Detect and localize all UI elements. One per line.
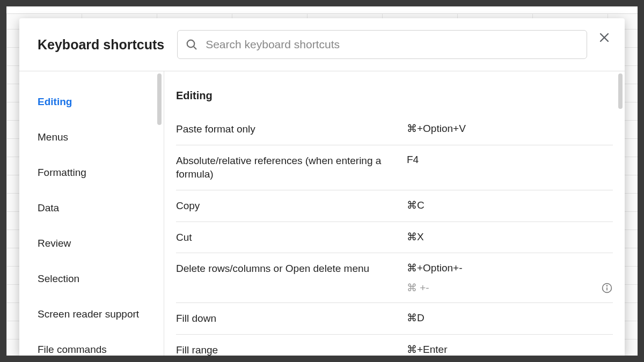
category-sidebar: EditingMenusFormattingDataReviewSelectio… xyxy=(19,71,164,356)
sidebar-item-selection[interactable]: Selection xyxy=(19,264,164,293)
shortcut-keys: F4 xyxy=(407,154,419,166)
sidebar-item-menus[interactable]: Menus xyxy=(19,123,164,152)
sidebar-item-label: Formatting xyxy=(38,167,86,178)
shortcut-keys-column: ⌘X xyxy=(407,231,613,243)
shortcut-description: Cut xyxy=(176,231,407,245)
info-icon[interactable] xyxy=(601,282,613,294)
sidebar-item-data[interactable]: Data xyxy=(19,194,164,223)
dialog-body: EditingMenusFormattingDataReviewSelectio… xyxy=(19,71,625,356)
shortcut-row: Fill down⌘D xyxy=(176,303,613,335)
sidebar-item-label: Editing xyxy=(38,96,72,107)
sidebar-scrollbar[interactable] xyxy=(157,73,162,125)
shortcut-row: Delete rows/columns or Open delete menu⌘… xyxy=(176,253,613,303)
sidebar-item-label: Review xyxy=(38,238,71,249)
shortcut-description: Fill range xyxy=(176,343,407,356)
shortcut-keys-column: ⌘C xyxy=(407,199,613,211)
shortcut-keys: ⌘D xyxy=(407,312,425,324)
sidebar-item-label: File commands xyxy=(38,344,107,355)
shortcut-keys-line: ⌘+Option+- xyxy=(407,262,613,274)
shortcut-keys: ⌘X xyxy=(407,231,424,243)
shortcut-row: Copy⌘C xyxy=(176,190,613,222)
shortcut-keys-line: ⌘D xyxy=(407,312,613,324)
shortcut-keys-line: ⌘+Enter xyxy=(407,343,613,356)
svg-point-6 xyxy=(606,285,607,286)
search-input[interactable] xyxy=(206,38,579,51)
shortcut-description: Copy xyxy=(176,199,407,213)
sidebar-item-label: Menus xyxy=(38,131,68,143)
shortcut-keys-line: ⌘C xyxy=(407,199,613,211)
sidebar-item-formatting[interactable]: Formatting xyxy=(19,158,164,187)
sidebar-item-label: Screen reader support xyxy=(38,308,139,320)
shortcut-keys: ⌘ +- xyxy=(407,282,429,294)
shortcut-description: Fill down xyxy=(176,312,407,326)
shortcut-row: Cut⌘X xyxy=(176,222,613,254)
sidebar-item-label: Data xyxy=(38,202,59,213)
shortcut-keys-column: ⌘D xyxy=(407,312,613,324)
shortcut-keys: ⌘+Enter xyxy=(407,343,448,356)
dialog-title: Keyboard shortcuts xyxy=(38,37,164,53)
shortcut-keys: ⌘+Option+V xyxy=(407,122,466,135)
content-scrollbar[interactable] xyxy=(618,73,623,109)
sidebar-item-review[interactable]: Review xyxy=(19,229,164,258)
spreadsheet-column-headers xyxy=(6,6,638,14)
shortcut-keys-line: F4 xyxy=(407,154,613,166)
shortcut-keys-line: ⌘X xyxy=(407,231,613,243)
sidebar-item-file-commands[interactable]: File commands xyxy=(19,335,164,356)
shortcut-keys-column: ⌘+Option+-⌘ +- xyxy=(407,262,613,294)
shortcut-keys-line: ⌘ +- xyxy=(407,282,613,294)
section-heading: Editing xyxy=(176,90,613,102)
shortcut-keys-column: ⌘+Option+V xyxy=(407,122,613,135)
shortcut-keys-column: F4 xyxy=(407,154,613,166)
close-icon xyxy=(598,31,611,44)
shortcut-row: Paste format only⌘+Option+V xyxy=(176,114,613,145)
close-button[interactable] xyxy=(595,28,614,47)
search-icon xyxy=(185,38,198,51)
sidebar-item-label: Selection xyxy=(38,273,79,284)
shortcut-row: Fill range⌘+Enter xyxy=(176,335,613,356)
svg-point-0 xyxy=(187,40,195,48)
sidebar-item-editing[interactable]: Editing xyxy=(19,87,164,116)
sidebar-item-screen-reader-support[interactable]: Screen reader support xyxy=(19,300,164,329)
shortcut-keys-line: ⌘+Option+V xyxy=(407,122,613,135)
keyboard-shortcuts-dialog: Keyboard shortcuts EditingMenusFormattin… xyxy=(19,18,625,356)
svg-line-1 xyxy=(194,47,196,49)
shortcut-keys-column: ⌘+Enter xyxy=(407,343,613,356)
shortcut-keys: ⌘+Option+- xyxy=(407,262,463,274)
shortcut-description: Paste format only xyxy=(176,122,407,136)
search-field[interactable] xyxy=(177,30,587,59)
shortcut-row: Absolute/relative references (when enter… xyxy=(176,145,613,190)
shortcut-list-panel: Editing Paste format only⌘+Option+VAbsol… xyxy=(164,71,625,356)
shortcut-keys: ⌘C xyxy=(407,199,425,211)
dialog-header: Keyboard shortcuts xyxy=(19,18,625,71)
shortcut-description: Absolute/relative references (when enter… xyxy=(176,154,407,181)
shortcut-description: Delete rows/columns or Open delete menu xyxy=(176,262,407,276)
